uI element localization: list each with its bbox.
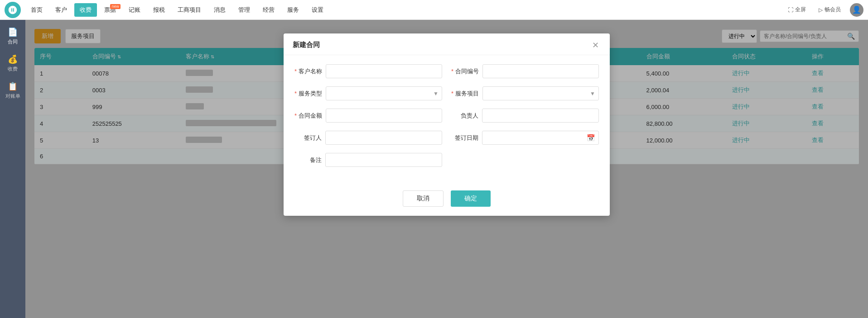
- form-row-3: 合同金额 0.00 负责人: [294, 109, 599, 123]
- nav-tax[interactable]: 报税: [148, 3, 170, 17]
- input-contract-no[interactable]: [482, 64, 599, 78]
- modal-body: 客户名称 合同编号 服务类型: [284, 55, 610, 184]
- billing-icon: 💰: [8, 54, 18, 64]
- date-input-wrapper: 2023-06-06 📅: [482, 131, 599, 145]
- field-customer-name: 客户名称: [294, 64, 442, 78]
- nav-billing[interactable]: 收费: [74, 3, 97, 17]
- field-signer: 签订人: [294, 131, 442, 145]
- fullscreen-button[interactable]: ⛶ 全屏: [784, 4, 810, 15]
- field-sign-date: 签订日期 2023-06-06 📅: [451, 131, 599, 145]
- play-icon: ▷: [819, 7, 823, 13]
- nav-account[interactable]: 记账: [123, 3, 146, 17]
- field-responsible: 负责人: [451, 109, 599, 123]
- cancel-button[interactable]: 取消: [403, 190, 444, 207]
- main-wrapper: 📄 合同 💰 收费 📋 对账单 新增 服务项目 进行中 已完成 已终止: [0, 20, 868, 318]
- nav-right: ⛶ 全屏 ▷ 畅会员 👤: [784, 3, 863, 17]
- modal-close-button[interactable]: ✕: [590, 41, 601, 49]
- label-contract-no: 合同编号: [451, 67, 479, 76]
- contract-icon: 📄: [8, 27, 18, 37]
- sidebar-item-reconcile[interactable]: 📋 对账单: [1, 78, 24, 103]
- field-service-item: 服务项目 ▼: [451, 86, 599, 100]
- top-nav: 首页 客户 收费 票据 new 记账 报税 工商项目 消息 管理 经营 服务 设…: [0, 0, 868, 20]
- sidebar-item-billing[interactable]: 💰 收费: [1, 51, 24, 76]
- form-row-1: 客户名称 合同编号: [294, 64, 599, 78]
- label-responsible: 负责人: [451, 112, 478, 120]
- sidebar-item-contract[interactable]: 📄 合同: [1, 24, 24, 49]
- vip-button[interactable]: ▷ 畅会员: [815, 4, 844, 15]
- modal-title: 新建合同: [293, 41, 320, 49]
- nav-customer[interactable]: 客户: [50, 3, 72, 17]
- nav-message[interactable]: 消息: [208, 3, 231, 17]
- field-amount: 合同金额 0.00: [294, 109, 442, 123]
- label-signer: 签订人: [294, 134, 322, 142]
- modal-header: 新建合同 ✕: [284, 33, 610, 55]
- new-badge: new: [110, 4, 121, 9]
- label-customer-name: 客户名称: [294, 67, 322, 76]
- calendar-icon[interactable]: 📅: [587, 134, 595, 142]
- nav-business[interactable]: 工商项目: [172, 3, 207, 17]
- select-service-type[interactable]: [326, 86, 442, 100]
- input-signer[interactable]: [325, 131, 442, 145]
- label-service-type: 服务类型: [294, 90, 322, 98]
- label-remark: 备注: [294, 156, 322, 164]
- sidebar: 📄 合同 💰 收费 📋 对账单: [0, 20, 25, 318]
- nav-manage[interactable]: 管理: [233, 3, 256, 17]
- input-remark[interactable]: [325, 153, 442, 167]
- label-service-item: 服务项目: [451, 90, 479, 98]
- reconcile-icon: 📋: [8, 81, 18, 91]
- nav-home[interactable]: 首页: [25, 3, 48, 17]
- field-contract-no: 合同编号: [451, 64, 599, 78]
- field-remark: 备注: [294, 153, 442, 167]
- fullscreen-icon: ⛶: [788, 7, 793, 13]
- new-contract-modal: 新建合同 ✕ 客户名称 合同编号: [284, 33, 610, 216]
- form-row-5: 备注: [294, 153, 599, 167]
- modal-footer: 取消 确定: [284, 184, 610, 216]
- nav-items: 首页 客户 收费 票据 new 记账 报税 工商项目 消息 管理 经营 服务 设…: [25, 3, 784, 17]
- field-service-type: 服务类型 ▼: [294, 86, 442, 100]
- nav-service[interactable]: 服务: [282, 3, 304, 17]
- service-type-select-wrapper: ▼: [326, 86, 442, 100]
- input-sign-date[interactable]: 2023-06-06: [482, 131, 599, 145]
- input-customer-name[interactable]: [326, 64, 442, 78]
- label-amount: 合同金额: [294, 112, 322, 120]
- modal-overlay: 新建合同 ✕ 客户名称 合同编号: [25, 20, 868, 318]
- nav-settings[interactable]: 设置: [306, 3, 329, 17]
- content-area: 新增 服务项目 进行中 已完成 已终止 🔍: [25, 20, 868, 318]
- form-row-4: 签订人 签订日期 2023-06-06 📅: [294, 131, 599, 145]
- label-sign-date: 签订日期: [451, 134, 478, 142]
- select-service-item[interactable]: [482, 86, 599, 100]
- confirm-button[interactable]: 确定: [451, 190, 491, 207]
- service-item-select-wrapper: ▼: [482, 86, 599, 100]
- avatar[interactable]: 👤: [850, 3, 863, 17]
- app-logo[interactable]: [5, 2, 21, 18]
- input-responsible[interactable]: [482, 109, 599, 123]
- nav-operation[interactable]: 经营: [257, 3, 280, 17]
- input-amount[interactable]: 0.00: [326, 109, 442, 123]
- form-row-2: 服务类型 ▼ 服务项目 ▼: [294, 86, 599, 100]
- nav-invoice[interactable]: 票据 new: [99, 3, 121, 17]
